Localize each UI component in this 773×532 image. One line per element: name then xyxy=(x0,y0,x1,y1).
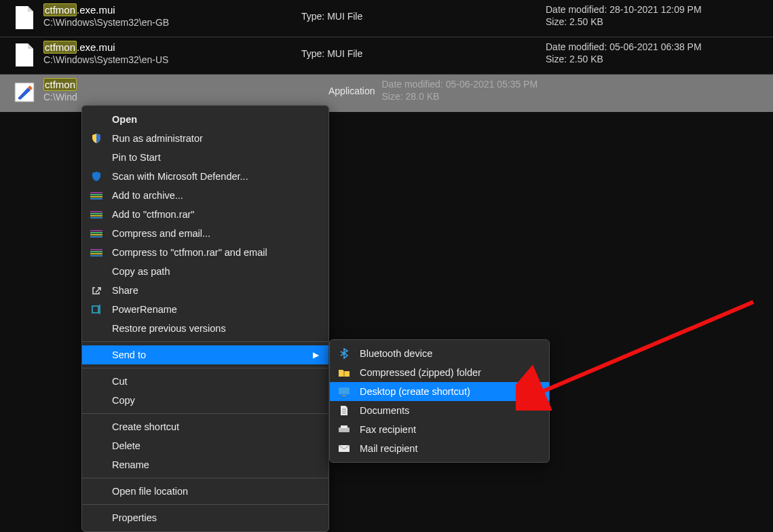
file-path: C:\Wind xyxy=(43,92,77,102)
menu-open[interactable]: Open xyxy=(82,110,328,129)
menu-pin-start[interactable]: Pin to Start xyxy=(82,148,328,167)
file-date: Date modified: 05-06-2021 06:38 PM xyxy=(546,41,765,52)
menu-separator xyxy=(82,413,328,414)
file-date: Date modified: 28-10-2021 12:09 PM xyxy=(546,4,765,15)
mail-icon xyxy=(337,441,352,456)
send-to-submenu: Bluetooth device Compressed (zipped) fol… xyxy=(329,339,550,463)
svg-rect-4 xyxy=(90,198,102,200)
file-list: ctfmon.exe.mui C:\Windows\System32\en-GB… xyxy=(0,0,773,112)
menu-separator xyxy=(82,368,328,368)
menu-create-shortcut[interactable]: Create shortcut xyxy=(82,417,328,436)
svg-rect-15 xyxy=(90,253,102,254)
svg-rect-2 xyxy=(90,194,102,195)
file-size: Size: 2.50 KB xyxy=(546,54,765,64)
menu-separator xyxy=(82,504,328,505)
svg-rect-6 xyxy=(90,213,102,214)
svg-rect-12 xyxy=(90,236,102,238)
menu-share[interactable]: Share xyxy=(82,281,328,300)
menu-open-location[interactable]: Open file location xyxy=(82,482,328,501)
archive-icon xyxy=(89,188,104,203)
file-icon xyxy=(14,4,35,31)
shield-icon xyxy=(89,131,104,146)
file-path: C:\Windows\System32\en-GB xyxy=(43,17,301,28)
app-icon xyxy=(14,79,35,106)
svg-rect-22 xyxy=(339,428,350,432)
file-date: Date modified: 05-06-2021 05:35 PM xyxy=(382,79,766,90)
file-type: Type: MUI File xyxy=(301,4,546,22)
file-name: ctfmon xyxy=(43,79,77,90)
svg-rect-5 xyxy=(90,211,102,212)
menu-send-to[interactable]: Send to▶ xyxy=(82,345,328,364)
submenu-documents[interactable]: Documents xyxy=(330,401,549,420)
chevron-right-icon: ▶ xyxy=(313,350,319,360)
menu-compress-email[interactable]: Compress and email... xyxy=(82,224,328,243)
svg-rect-9 xyxy=(90,230,102,231)
svg-rect-23 xyxy=(341,425,347,428)
submenu-mail[interactable]: Mail recipient xyxy=(330,439,549,458)
menu-powerrename[interactable]: PowerRename xyxy=(82,300,328,319)
svg-rect-3 xyxy=(90,196,102,197)
svg-rect-8 xyxy=(90,217,102,218)
file-size: Size: 2.50 KB xyxy=(546,16,765,27)
menu-run-admin[interactable]: Run as administrator xyxy=(82,129,328,148)
archive-icon xyxy=(89,245,104,260)
menu-separator xyxy=(82,478,328,478)
menu-copy[interactable]: Copy xyxy=(82,391,328,410)
svg-rect-11 xyxy=(90,234,102,235)
file-type: Application xyxy=(77,79,375,96)
svg-rect-7 xyxy=(90,215,102,216)
menu-copy-path[interactable]: Copy as path xyxy=(82,262,328,281)
menu-cut[interactable]: Cut xyxy=(82,372,328,391)
svg-rect-19 xyxy=(343,371,345,377)
defender-icon xyxy=(89,169,104,184)
menu-add-rar[interactable]: Add to "ctfmon.rar" xyxy=(82,205,328,224)
svg-rect-20 xyxy=(339,387,350,394)
svg-rect-21 xyxy=(342,395,346,396)
submenu-desktop[interactable]: Desktop (create shortcut) xyxy=(330,382,549,401)
menu-rename[interactable]: Rename xyxy=(82,455,328,474)
submenu-fax[interactable]: Fax recipient xyxy=(330,420,549,439)
menu-delete[interactable]: Delete xyxy=(82,436,328,455)
menu-restore[interactable]: Restore previous versions xyxy=(82,319,328,338)
svg-rect-17 xyxy=(92,306,98,313)
fax-icon xyxy=(337,422,352,437)
archive-icon xyxy=(89,226,104,241)
share-icon xyxy=(89,283,104,298)
svg-rect-1 xyxy=(90,192,102,193)
file-row[interactable]: ctfmon.exe.mui C:\Windows\System32\en-US… xyxy=(0,37,773,75)
menu-add-archive[interactable]: Add to archive... xyxy=(82,186,328,205)
file-row[interactable]: ctfmon.exe.mui C:\Windows\System32\en-GB… xyxy=(0,0,773,37)
svg-rect-16 xyxy=(90,255,102,256)
submenu-bluetooth[interactable]: Bluetooth device xyxy=(330,344,549,363)
desktop-icon xyxy=(337,384,352,399)
svg-rect-10 xyxy=(90,232,102,233)
bluetooth-icon xyxy=(337,346,352,361)
context-menu: Open Run as administrator Pin to Start S… xyxy=(81,105,329,532)
menu-properties[interactable]: Properties xyxy=(82,508,328,527)
file-name: ctfmon.exe.mui xyxy=(43,41,301,53)
svg-line-25 xyxy=(533,302,753,396)
document-icon xyxy=(337,403,352,418)
menu-separator xyxy=(82,341,328,342)
powerrename-icon xyxy=(89,302,104,317)
file-size: Size: 28.0 KB xyxy=(382,91,766,102)
file-type: Type: MUI File xyxy=(301,41,546,59)
file-path: C:\Windows\System32\en-US xyxy=(43,54,301,65)
folder-zip-icon xyxy=(337,365,352,380)
archive-icon xyxy=(89,207,104,222)
menu-defender[interactable]: Scan with Microsoft Defender... xyxy=(82,167,328,186)
menu-compress-rar-email[interactable]: Compress to "ctfmon.rar" and email xyxy=(82,243,328,262)
file-name: ctfmon.exe.mui xyxy=(43,4,301,16)
submenu-zip[interactable]: Compressed (zipped) folder xyxy=(330,363,549,382)
annotation-arrow xyxy=(516,295,760,411)
svg-rect-14 xyxy=(90,251,102,252)
file-icon xyxy=(14,41,35,69)
svg-rect-13 xyxy=(90,249,102,250)
